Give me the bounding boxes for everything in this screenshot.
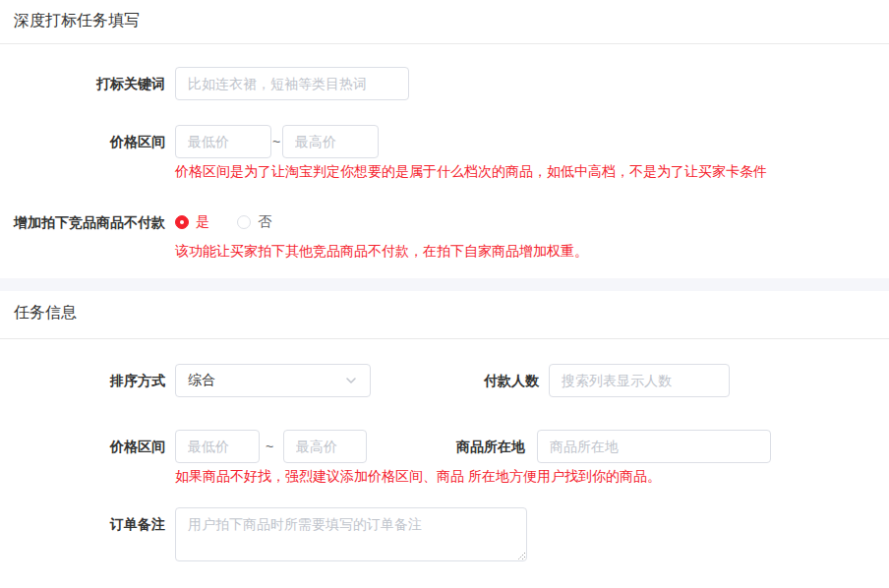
keyword-label: 打标关键词 bbox=[0, 67, 165, 100]
payers-label: 付款人数 bbox=[401, 364, 539, 397]
keyword-input[interactable] bbox=[175, 67, 409, 100]
radio-option-yes[interactable]: 是 bbox=[175, 213, 209, 231]
radio-selected-icon bbox=[175, 215, 189, 229]
sort-label: 排序方式 bbox=[0, 364, 165, 397]
resize-handle-icon[interactable] bbox=[515, 548, 526, 559]
radio-no-label: 否 bbox=[258, 213, 271, 231]
min-price-input[interactable] bbox=[175, 125, 271, 158]
competitor-no-pay-label: 增加拍下竞品商品不付款 bbox=[0, 206, 165, 239]
divider bbox=[0, 338, 889, 339]
price-range-separator: ~ bbox=[269, 125, 283, 158]
sort-select[interactable]: 综合 bbox=[175, 364, 371, 397]
task-min-price-input[interactable] bbox=[175, 430, 260, 463]
radio-yes-label: 是 bbox=[196, 213, 209, 231]
radio-unselected-icon bbox=[237, 215, 251, 229]
order-remark-textarea[interactable] bbox=[175, 507, 527, 561]
competitor-no-pay-hint: 该功能让买家拍下其他竞品商品不付款，在拍下自家商品增加权重。 bbox=[175, 243, 588, 261]
max-price-input[interactable] bbox=[282, 125, 379, 158]
payers-input[interactable] bbox=[549, 364, 730, 397]
location-label: 商品所在地 bbox=[407, 430, 525, 463]
section-separator-band bbox=[0, 278, 889, 291]
task-price-range-hint: 如果商品不好找，强烈建议添加价格区间、商品 所在地方便用户找到你的商品。 bbox=[175, 468, 661, 486]
location-input[interactable] bbox=[537, 430, 771, 463]
price-range-hint: 价格区间是为了让淘宝判定你想要的是属于什么档次的商品，如低中高档，不是为了让买家… bbox=[175, 163, 767, 181]
order-remark-label: 订单备注 bbox=[0, 507, 165, 541]
task-price-range-separator: ~ bbox=[263, 430, 276, 463]
task-max-price-input[interactable] bbox=[283, 430, 367, 463]
divider bbox=[0, 43, 889, 44]
task-price-range-label: 价格区间 bbox=[0, 430, 165, 463]
price-range-label: 价格区间 bbox=[0, 125, 165, 158]
deep-marking-form-page: 深度打标任务填写 打标关键词 价格区间 ~ 价格区间是为了让淘宝判定你想要的是属… bbox=[0, 0, 889, 588]
section-title-marking: 深度打标任务填写 bbox=[14, 11, 140, 31]
chevron-down-icon bbox=[344, 374, 358, 387]
sort-select-value: 综合 bbox=[188, 372, 215, 389]
radio-option-no[interactable]: 否 bbox=[237, 213, 271, 231]
competitor-no-pay-radio-group: 是 否 bbox=[175, 208, 271, 236]
section-title-task: 任务信息 bbox=[14, 303, 77, 323]
